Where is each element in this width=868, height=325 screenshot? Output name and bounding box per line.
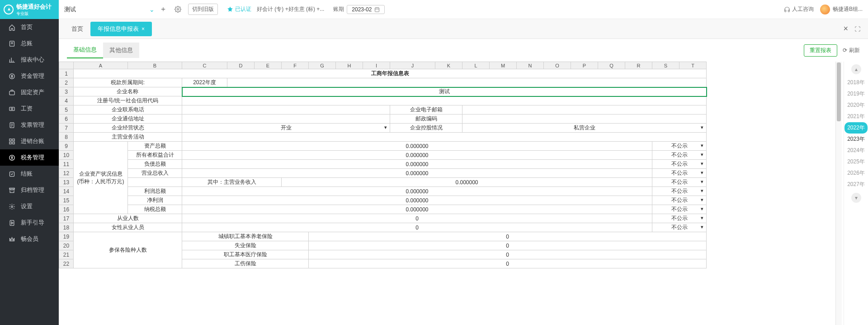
invoice-icon	[8, 121, 15, 129]
sidebar-item-settings[interactable]: 设置	[0, 198, 59, 215]
svg-rect-28	[375, 8, 379, 12]
svg-rect-15	[9, 139, 11, 140]
business-status-select[interactable]: 开业	[182, 124, 390, 133]
chart-icon	[8, 56, 15, 63]
sidebar-item-close[interactable]: 结账	[0, 166, 59, 182]
refresh-icon: ⟳	[843, 47, 847, 53]
ledger-icon	[8, 40, 15, 47]
brand-edition: 专业版	[16, 11, 52, 17]
topbar: 测试 ⌄ ＋ 切到旧版 已认证 好会计 (专) +好生意 (标) +... 账期…	[59, 0, 868, 19]
svg-point-24	[11, 206, 13, 207]
tax-icon	[8, 154, 15, 161]
reset-report-button[interactable]: 重置报表	[804, 44, 837, 57]
sidebar: 畅捷通好会计 专业版 首页总账报表中心资金管理固定资产工资发票管理进销台账税务管…	[0, 0, 59, 325]
subtab-basic[interactable]: 基础信息	[67, 42, 103, 58]
asset-group-label: 企业资产状况信息(币种：人民币万元)	[74, 142, 128, 214]
cert-badge: 已认证	[227, 5, 251, 13]
user-name: 畅捷通B组...	[833, 5, 863, 13]
sidebar-item-label: 总账	[21, 39, 33, 48]
year-panel: ▴ 2018年2019年2020年2021年2022年2023年2024年202…	[844, 62, 868, 325]
stock-icon	[8, 138, 15, 145]
spreadsheet[interactable]: ABCDEFGHIJKLMNOPQRST1工商年报信息表2税款所属期间:2022…	[59, 62, 844, 325]
sidebar-item-label: 固定资产	[21, 88, 44, 96]
holding-type-select[interactable]: 私营企业	[462, 124, 707, 133]
sidebar-item-vip[interactable]: 畅会员	[0, 231, 59, 247]
brand-logo: 畅捷通好会计 专业版	[0, 0, 59, 19]
sidebar-item-label: 发票管理	[21, 121, 44, 129]
sidebar-item-home[interactable]: 首页	[0, 19, 59, 35]
sidebar-item-label: 畅会员	[21, 235, 38, 243]
settings-icon	[8, 203, 15, 210]
sidebar-item-money[interactable]: 资金管理	[0, 68, 59, 84]
subtab-other[interactable]: 其他信息	[103, 43, 139, 58]
brand-name: 畅捷通好会计	[16, 3, 52, 10]
sidebar-item-label: 进销台账	[21, 137, 44, 145]
sidebar-item-label: 新手引导	[21, 219, 44, 227]
company-selector[interactable]: 测试 ⌄	[64, 4, 155, 15]
tab-annual-report[interactable]: 年报信息申报表 ×	[90, 22, 152, 36]
sidebar-item-label: 设置	[21, 202, 33, 210]
add-button[interactable]: ＋	[157, 4, 169, 15]
year-item[interactable]: 2026年	[844, 167, 868, 179]
sidebar-item-label: 工资	[21, 105, 33, 113]
sidebar-item-ledger[interactable]: 总账	[0, 35, 59, 52]
company-name: 测试	[64, 5, 76, 14]
refresh-button[interactable]: ⟳ 刷新	[843, 47, 860, 54]
period-label: 税款所属期间:	[74, 78, 182, 87]
tab-strip: 首页 年报信息申报表 × ×	[59, 19, 868, 39]
close-icon[interactable]: ×	[142, 26, 145, 32]
sidebar-item-chart[interactable]: 报表中心	[0, 52, 59, 68]
sheet-title: 工商年报信息表	[74, 69, 707, 78]
period-value: 2022年度	[182, 78, 227, 87]
year-up-icon[interactable]: ▴	[851, 64, 861, 74]
archive-icon	[8, 186, 15, 194]
year-item[interactable]: 2027年	[844, 179, 868, 190]
year-item[interactable]: 2025年	[844, 156, 868, 167]
chevron-down-icon: ⌄	[149, 6, 155, 13]
tab-close-all-icon[interactable]: ×	[839, 22, 853, 35]
svg-rect-9	[9, 107, 14, 110]
year-item[interactable]: 2022年	[844, 122, 868, 134]
sidebar-item-stock[interactable]: 进销台账	[0, 133, 59, 149]
year-item[interactable]: 2019年	[844, 88, 868, 100]
svg-point-10	[11, 108, 13, 110]
svg-rect-16	[12, 139, 14, 140]
svg-rect-8	[9, 91, 14, 95]
sidebar-item-asset[interactable]: 固定资产	[0, 84, 59, 100]
product-label: 好会计 (专) +好生意 (标) +...	[257, 5, 324, 13]
cert-label: 已认证	[235, 5, 251, 13]
period-picker[interactable]: 2023-02	[347, 5, 385, 14]
year-item[interactable]: 2018年	[844, 77, 868, 88]
sidebar-item-label: 结账	[21, 170, 33, 178]
svg-rect-17	[9, 142, 11, 143]
sidebar-item-label: 归档管理	[21, 186, 44, 194]
salary-icon	[8, 105, 15, 112]
year-item[interactable]: 2021年	[844, 111, 868, 122]
avatar	[820, 5, 830, 14]
money-icon	[8, 72, 15, 80]
sidebar-item-archive[interactable]: 归档管理	[0, 182, 59, 198]
gear-icon[interactable]	[172, 4, 184, 15]
year-down-icon[interactable]: ▾	[851, 193, 861, 203]
sidebar-item-invoice[interactable]: 发票管理	[0, 117, 59, 133]
sidebar-item-label: 税务管理	[21, 153, 44, 162]
switch-old-button[interactable]: 切到旧版	[188, 4, 218, 15]
company-name-cell[interactable]: 测试	[182, 87, 707, 96]
fullscreen-icon[interactable]	[853, 24, 863, 34]
vertical-scrollbar[interactable]	[835, 62, 842, 325]
guide-icon	[8, 219, 15, 226]
year-item[interactable]: 2023年	[844, 134, 868, 145]
sidebar-item-label: 资金管理	[21, 72, 44, 80]
user-menu[interactable]: 畅捷通B组...	[820, 5, 863, 14]
year-item[interactable]: 2020年	[844, 100, 868, 111]
period-label: 账期	[333, 5, 344, 13]
sidebar-item-salary[interactable]: 工资	[0, 100, 59, 117]
year-item[interactable]: 2024年	[844, 145, 868, 156]
insurance-group-label: 参保各险种人数	[74, 232, 182, 268]
asset-icon	[8, 89, 15, 96]
sidebar-item-tax[interactable]: 税务管理	[0, 149, 59, 166]
support-link[interactable]: 人工咨询	[784, 5, 814, 13]
home-icon	[8, 24, 15, 31]
sidebar-item-guide[interactable]: 新手引导	[0, 215, 59, 231]
tab-home[interactable]: 首页	[64, 22, 90, 36]
